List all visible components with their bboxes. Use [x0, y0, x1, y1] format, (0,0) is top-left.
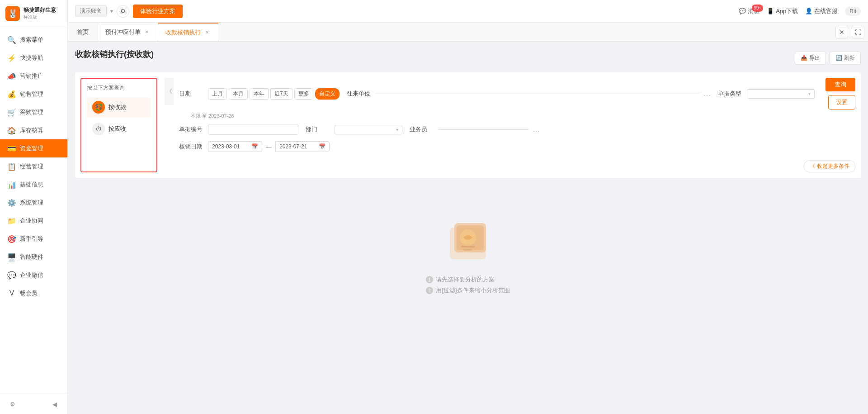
topbar-settings-icon[interactable]: ⚙ [117, 5, 129, 18]
dept-group: 部门 ▾ [306, 125, 402, 134]
tab-home-label: 首页 [77, 28, 89, 36]
doc-no-input[interactable] [208, 124, 298, 135]
messages-badge: 99+ [752, 5, 763, 12]
calendar-icon-end: 📅 [319, 143, 326, 150]
online-service-btn[interactable]: 👤 在线客服 [805, 7, 838, 15]
logo: 🐰 畅捷通好生意 标准版 [0, 0, 67, 27]
sidebar-collapse-btn[interactable]: 《 [165, 78, 174, 105]
marketing-icon: 📣 [7, 71, 16, 81]
export-btn[interactable]: 📤 导出 [795, 52, 826, 65]
filter-row-1: 日期 上月 本月 本年 近7天 更多 自定义 往来单位 … [179, 78, 855, 109]
enterprise-label: 企业协同 [20, 217, 43, 225]
query-btn[interactable]: 查询 [826, 78, 855, 91]
marketing-label: 营销推广 [20, 72, 43, 80]
close-all-btn[interactable]: ✕ [835, 26, 848, 38]
member-icon: V [7, 289, 16, 298]
date-this-month[interactable]: 本月 [229, 88, 248, 100]
logo-icon: 🐰 [5, 6, 20, 21]
receipt-icon: 💱 [92, 101, 105, 114]
filter-by-receipt[interactable]: 💱 按收款 [87, 97, 151, 117]
tab-collection-close[interactable]: ✕ [203, 29, 211, 36]
verify-date-start-text: 2023-03-01 [212, 143, 240, 150]
app-download-label: App下载 [776, 7, 798, 15]
sidebar-item-member[interactable]: V 畅会员 [0, 284, 67, 302]
sidebar-item-basic-info[interactable]: 📊 基础信息 [0, 176, 67, 194]
sidebar-item-finance[interactable]: 💳 资金管理 [0, 139, 67, 157]
tab-prepay-label: 预付冲应付单 [105, 28, 141, 36]
sidebar-item-inventory[interactable]: 🏠 库存核算 [0, 121, 67, 139]
collapse-icon[interactable]: ◀ [49, 399, 60, 409]
tab-collection-label: 收款核销执行 [165, 29, 201, 37]
topbar: 演示账套 ▾ ⚙ 体验行业方案 💬 消息 99+ 📱 App下载 👤 在线客服 … [68, 0, 868, 23]
tab-prepay[interactable]: 预付冲应付单 ✕ [98, 23, 158, 41]
topbar-left: 演示账套 ▾ ⚙ 体验行业方案 [75, 5, 183, 18]
date-shortcuts: 上月 本月 本年 近7天 更多 自定义 [208, 88, 340, 100]
refresh-btn[interactable]: 🔄 刷新 [830, 52, 861, 65]
sidebar-item-marketing[interactable]: 📣 营销推广 [0, 67, 67, 85]
sidebar-item-search[interactable]: 🔍 搜索菜单 [0, 31, 67, 49]
sidebar-item-guide[interactable]: 🎯 新手引导 [0, 230, 67, 248]
tabbar-actions: ✕ ⛶ [835, 23, 868, 41]
industry-btn[interactable]: 体验行业方案 [133, 5, 183, 18]
tabbar: 首页 预付冲应付单 ✕ 收款核销执行 ✕ ✕ ⛶ [68, 23, 868, 42]
date-last-month[interactable]: 上月 [208, 88, 227, 100]
settings-btn[interactable]: 设置 [828, 95, 855, 109]
company-dropdown-icon[interactable]: ▾ [110, 8, 113, 14]
inventory-label: 库存核算 [20, 126, 43, 134]
user-avatar[interactable]: Rit [845, 7, 861, 16]
date-separator: — [266, 143, 272, 150]
export-icon: 📤 [801, 55, 807, 61]
topbar-right: 💬 消息 99+ 📱 App下载 👤 在线客服 Rit [739, 7, 861, 16]
staff-group: 业务员 … [410, 125, 540, 133]
doc-type-group: 单据类型 ▾ [718, 89, 815, 99]
collapse-more-btn[interactable]: 《 收起更多条件 [804, 160, 855, 172]
system-label: 系统管理 [20, 199, 43, 207]
filter-by-receivable[interactable]: ⏱ 按应收 [87, 119, 151, 139]
app-download-btn[interactable]: 📱 App下载 [767, 7, 798, 15]
doc-type-select[interactable]: ▾ [747, 89, 815, 99]
company-selector[interactable]: 演示账套 [75, 5, 107, 17]
empty-state-illustration [441, 214, 495, 268]
tab-home[interactable]: 首页 [68, 23, 98, 41]
date-this-year[interactable]: 本年 [250, 88, 269, 100]
sidebar-nav: 🔍 搜索菜单 ⚡ 快捷导航 📣 营销推广 💰 销售管理 🛒 采购管理 🏠 库存核… [0, 27, 67, 394]
counterparty-more[interactable]: … [703, 90, 711, 98]
filter-form: 日期 上月 本月 本年 近7天 更多 自定义 往来单位 … [179, 78, 855, 172]
tab-collection[interactable]: 收款核销执行 ✕ [158, 23, 218, 41]
tab-prepay-close[interactable]: ✕ [143, 29, 151, 36]
verify-date-end[interactable]: 2023-07-21 📅 [275, 141, 330, 152]
staff-more[interactable]: … [533, 125, 540, 133]
sidebar-item-sales[interactable]: 💰 销售管理 [0, 85, 67, 103]
filter-row-2: 单据编号 部门 ▾ 业务员 … [179, 124, 855, 135]
sidebar-item-operations[interactable]: 📋 经营管理 [0, 157, 67, 176]
doc-no-group: 单据编号 [179, 124, 298, 135]
sales-label: 销售管理 [20, 90, 43, 98]
dept-select[interactable]: ▾ [335, 125, 402, 134]
operations-icon: 📋 [7, 162, 16, 171]
sidebar-item-system[interactable]: ⚙️ 系统管理 [0, 194, 67, 212]
date-7days[interactable]: 近7天 [270, 88, 292, 100]
date-more[interactable]: 更多 [294, 88, 313, 100]
logo-sub: 标准版 [24, 14, 56, 20]
hardware-icon: 🖥️ [7, 252, 16, 262]
expand-btn[interactable]: ⛶ [852, 26, 864, 38]
sidebar-item-hardware[interactable]: 🖥️ 智能硬件 [0, 248, 67, 266]
dept-label: 部门 [306, 125, 331, 133]
guide-icon: 🎯 [7, 234, 16, 243]
sidebar-item-wechat[interactable]: 💬 企业微信 [0, 266, 67, 284]
quick-nav-icon: ⚡ [7, 53, 16, 62]
logo-title: 畅捷通好生意 [24, 6, 56, 14]
messages-btn[interactable]: 💬 消息 99+ [739, 7, 760, 15]
page-title: 收款核销执行(按收款) [75, 49, 154, 60]
settings-icon[interactable]: ⚙ [7, 399, 18, 409]
sidebar-item-quick-nav[interactable]: ⚡ 快捷导航 [0, 49, 67, 67]
sidebar-item-enterprise[interactable]: 📁 企业协同 [0, 212, 67, 230]
finance-icon: 💳 [7, 144, 16, 153]
empty-tip-2: 2 用[过滤]条件来缩小分析范围 [426, 286, 509, 295]
verify-date-start[interactable]: 2023-03-01 📅 [208, 141, 262, 152]
date-custom[interactable]: 自定义 [315, 88, 340, 100]
sidebar-item-purchase[interactable]: 🛒 采购管理 [0, 103, 67, 121]
operations-label: 经营管理 [20, 162, 43, 171]
hardware-label: 智能硬件 [20, 253, 43, 261]
counterparty-label: 往来单位 [347, 90, 372, 98]
